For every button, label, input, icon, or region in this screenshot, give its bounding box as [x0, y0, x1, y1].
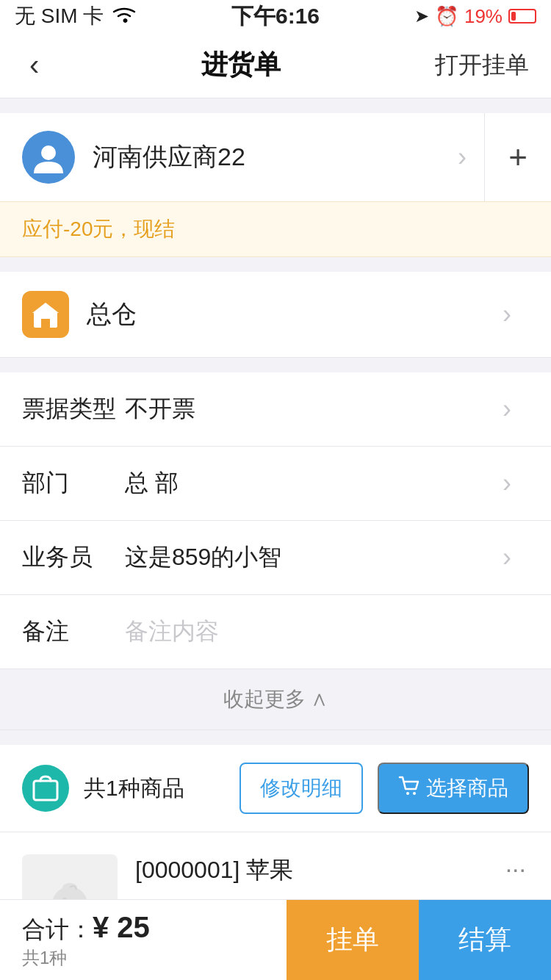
salesperson-value: 这是859的小智 — [125, 541, 485, 574]
form-section: 票据类型 不开票 › 部门 总 部 › 业务员 这是859的小智 › 备注 备注… — [0, 372, 551, 669]
product-title: 苹果 — [246, 857, 293, 883]
bottom-bar: 合计：¥ 25 共1种 挂单 结算 — [0, 899, 551, 980]
warehouse-chevron-icon: › — [485, 299, 529, 330]
cart-icon — [398, 776, 420, 801]
hang-button[interactable]: 挂单 — [287, 900, 419, 980]
supplier-select-button[interactable]: 河南供应商22 › — [0, 113, 485, 201]
product-name: [0000001] 苹果 — [135, 854, 485, 887]
total-label: 合计： — [22, 916, 93, 943]
ticket-type-value: 不开票 — [125, 393, 485, 425]
location-icon: ➤ — [414, 6, 429, 26]
product-menu-button[interactable]: ··· — [503, 854, 529, 883]
remark-label: 备注 — [22, 616, 125, 648]
products-header: 共1种商品 修改明细 选择商品 — [0, 745, 551, 832]
ticket-type-chevron-icon: › — [485, 394, 529, 425]
gap-1 — [0, 98, 551, 113]
checkout-button[interactable]: 结算 — [419, 900, 551, 980]
battery-label: 19% — [464, 5, 503, 28]
supplier-chevron-icon: › — [440, 142, 484, 173]
svg-point-5 — [406, 792, 409, 795]
products-count-label: 共1种商品 — [84, 774, 225, 804]
alarm-icon: ⏰ — [435, 5, 458, 28]
status-left: 无 SIM 卡 — [15, 2, 137, 30]
gap-4 — [0, 730, 551, 745]
select-product-label: 选择商品 — [426, 774, 508, 802]
department-label: 部门 — [22, 467, 125, 500]
product-code: [0000001] — [135, 857, 240, 883]
notice-bar: 应付-20元，现结 — [0, 201, 551, 257]
page-title: 进货单 — [201, 47, 281, 83]
status-time: 下午6:16 — [231, 1, 320, 32]
total-amount: ¥ 25 — [93, 911, 150, 943]
svg-rect-4 — [34, 781, 57, 800]
collapse-button[interactable]: 收起更多 ∧ — [0, 669, 551, 730]
nav-bar: ‹ 进货单 打开挂单 — [0, 32, 551, 98]
department-value: 总 部 — [125, 467, 485, 500]
svg-rect-3 — [41, 319, 50, 328]
supplier-section: 河南供应商22 › + — [0, 113, 551, 201]
products-icon — [22, 765, 69, 812]
warehouse-row[interactable]: 总仓 › — [0, 272, 551, 358]
total-section: 合计：¥ 25 共1种 — [0, 900, 287, 980]
salesperson-label: 业务员 — [22, 541, 125, 574]
select-product-button[interactable]: 选择商品 — [378, 763, 529, 814]
back-button[interactable]: ‹ — [22, 41, 46, 89]
total-amount-row: 合计：¥ 25 — [22, 911, 264, 946]
remark-placeholder: 备注内容 — [125, 616, 529, 648]
status-right: ➤ ⏰ 19% — [414, 5, 536, 28]
add-supplier-button[interactable]: + — [485, 113, 551, 201]
open-hang-button[interactable]: 打开挂单 — [435, 49, 529, 82]
salesperson-row[interactable]: 业务员 这是859的小智 › — [0, 521, 551, 595]
department-chevron-icon: › — [485, 468, 529, 499]
carrier-label: 无 SIM 卡 — [15, 2, 104, 30]
svg-point-0 — [41, 145, 56, 160]
total-sub-label: 共1种 — [22, 946, 264, 970]
svg-marker-2 — [32, 303, 59, 313]
department-row[interactable]: 部门 总 部 › — [0, 447, 551, 521]
ticket-type-row[interactable]: 票据类型 不开票 › — [0, 372, 551, 447]
svg-point-6 — [413, 792, 416, 795]
warehouse-icon — [22, 291, 69, 338]
battery-icon — [508, 9, 536, 24]
gap-3 — [0, 358, 551, 372]
ticket-type-label: 票据类型 — [22, 393, 125, 425]
warehouse-name: 总仓 — [87, 298, 485, 331]
wifi-icon — [111, 4, 137, 29]
supplier-name: 河南供应商22 — [93, 140, 440, 174]
remark-row[interactable]: 备注 备注内容 — [0, 595, 551, 669]
salesperson-chevron-icon: › — [485, 542, 529, 573]
edit-details-button[interactable]: 修改明细 — [240, 763, 363, 814]
gap-2 — [0, 257, 551, 272]
supplier-avatar — [22, 131, 75, 184]
status-bar: 无 SIM 卡 下午6:16 ➤ ⏰ 19% — [0, 0, 551, 32]
